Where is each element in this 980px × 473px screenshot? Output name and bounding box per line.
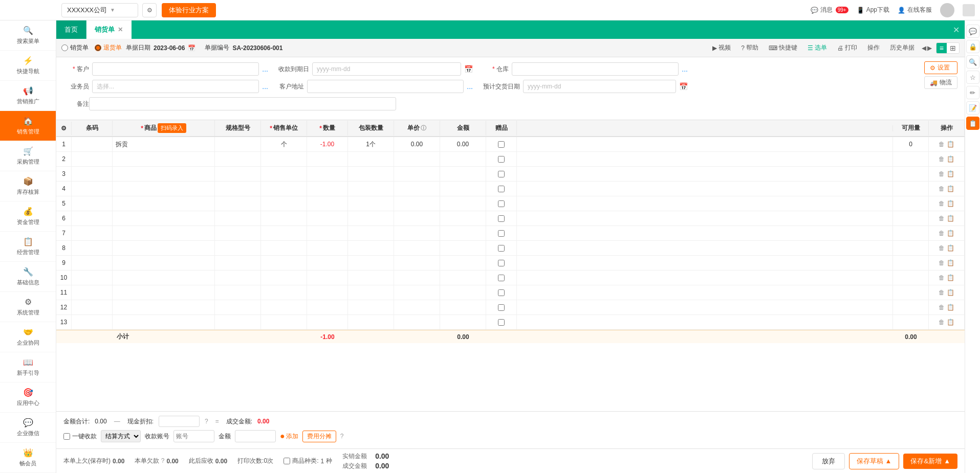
row-gift[interactable]: [486, 256, 517, 270]
row-gift[interactable]: [486, 300, 517, 314]
payment-amount-input[interactable]: [235, 430, 276, 442]
tab-home[interactable]: 首页: [56, 20, 86, 39]
row-gift[interactable]: [486, 271, 517, 285]
sidebar-item-sales[interactable]: 🏠 销售管理: [0, 111, 56, 141]
sidebar-item-inventory[interactable]: 📦 库存核算: [0, 171, 56, 201]
row-gift[interactable]: [486, 182, 517, 196]
sidebar-item-basic-info[interactable]: 🔧 基础信息: [0, 262, 56, 292]
row-gift[interactable]: [486, 152, 517, 166]
gift-checkbox[interactable]: [498, 141, 505, 148]
save-new-btn[interactable]: 保存&新增 ▲: [903, 454, 957, 469]
help-btn[interactable]: ? 帮助: [738, 42, 761, 54]
delete-row-icon[interactable]: 🗑: [939, 141, 945, 148]
copy-row-icon[interactable]: 📋: [947, 244, 954, 252]
row-gift[interactable]: [486, 226, 517, 240]
address-dots[interactable]: ...: [467, 82, 473, 91]
notes-input[interactable]: [89, 97, 396, 110]
copy-row-icon[interactable]: 📋: [947, 259, 954, 266]
sidebar-item-finance[interactable]: 💰 资金管理: [0, 201, 56, 232]
row-gift[interactable]: [486, 137, 517, 151]
salesperson-input[interactable]: [92, 80, 259, 93]
warehouse-input[interactable]: 建材仓: [512, 62, 679, 76]
calendar-icon[interactable]: 📅: [188, 44, 195, 52]
sale-order-radio-input[interactable]: [61, 44, 68, 51]
gift-checkbox[interactable]: [498, 186, 505, 192]
online-service-button[interactable]: 👤 在线客服: [898, 6, 932, 14]
next-icon[interactable]: ▶: [927, 44, 932, 52]
one-click-pay-input[interactable]: [63, 433, 70, 440]
float-btn-4[interactable]: ☆: [966, 71, 979, 84]
sidebar-item-purchase[interactable]: 🛒 采购管理: [0, 141, 56, 171]
tab-close-icon[interactable]: ✕: [118, 26, 123, 33]
row-gift[interactable]: [486, 315, 517, 329]
avatar[interactable]: [940, 3, 954, 17]
prev-icon[interactable]: ◀: [922, 44, 926, 52]
tab-sales-order[interactable]: 销货单 ✕: [86, 20, 132, 39]
float-btn-7[interactable]: 📋: [966, 117, 979, 130]
shortcut-btn[interactable]: ⌨ 快捷键: [766, 42, 800, 54]
sale-order-radio[interactable]: 销货单: [61, 43, 89, 52]
copy-row-icon[interactable]: 📋: [947, 274, 954, 281]
gift-checkbox[interactable]: [498, 245, 505, 252]
print-btn[interactable]: 🖨 打印: [834, 42, 860, 54]
message-button[interactable]: 💬 消息 99+: [811, 6, 848, 14]
sidebar-item-member[interactable]: 👑 畅会员: [0, 443, 56, 473]
sidebar-item-search[interactable]: 🔍 搜索菜单: [0, 20, 56, 51]
trial-button[interactable]: 体验行业方案: [162, 3, 216, 17]
video-btn[interactable]: ▶ 视频: [709, 42, 734, 54]
settlement-method-select[interactable]: 结算方式: [101, 430, 141, 442]
company-selector[interactable]: XXXXXX公司 ▼: [61, 3, 138, 17]
copy-row-icon[interactable]: 📋: [947, 230, 954, 237]
copy-row-icon[interactable]: 📋: [947, 319, 954, 326]
delete-row-icon[interactable]: 🗑: [939, 215, 945, 222]
delete-row-icon[interactable]: 🗑: [939, 259, 945, 266]
sidebar-item-marketing[interactable]: 📢 营销推广: [0, 81, 56, 111]
float-btn-1[interactable]: 💬: [966, 25, 979, 38]
row-gift[interactable]: [486, 196, 517, 211]
gift-checkbox[interactable]: [498, 319, 505, 326]
sidebar-item-operations[interactable]: 📋 经营管理: [0, 232, 56, 262]
gift-checkbox[interactable]: [498, 304, 505, 311]
list-view-btn[interactable]: ≡: [937, 43, 947, 53]
sidebar-item-quicknav[interactable]: ⚡ 快捷导航: [0, 51, 56, 81]
copy-row-icon[interactable]: 📋: [947, 155, 954, 163]
delete-row-icon[interactable]: 🗑: [939, 319, 945, 326]
customer-address-input[interactable]: [307, 80, 464, 93]
gift-checkbox[interactable]: [498, 289, 505, 296]
copy-row-icon[interactable]: 📋: [947, 215, 954, 222]
due-date-calendar-icon[interactable]: 📅: [464, 65, 473, 73]
copy-row-icon[interactable]: 📋: [947, 289, 954, 296]
history-btn[interactable]: 历史单据: [887, 42, 918, 54]
delete-row-icon[interactable]: 🗑: [939, 230, 945, 237]
copy-row-icon[interactable]: 📋: [947, 304, 954, 311]
row-gift[interactable]: [486, 241, 517, 255]
gift-checkbox[interactable]: [498, 215, 505, 222]
due-date-input[interactable]: [312, 62, 461, 76]
delete-row-icon[interactable]: 🗑: [939, 170, 945, 177]
return-order-radio-input[interactable]: [95, 44, 101, 51]
select-btn[interactable]: ☰ 选单: [804, 42, 830, 54]
customer-dots[interactable]: ...: [262, 65, 268, 73]
copy-row-icon[interactable]: 📋: [947, 200, 954, 207]
row-gift[interactable]: [486, 167, 517, 181]
sidebar-item-collab[interactable]: 🤝 企业协同: [0, 322, 56, 352]
copy-row-icon[interactable]: 📋: [947, 141, 954, 148]
th-settings[interactable]: ⚙: [56, 122, 72, 135]
scan-btn[interactable]: 扫码录入: [158, 123, 186, 133]
abandon-btn[interactable]: 放弃: [812, 453, 845, 469]
gift-checkbox[interactable]: [498, 275, 505, 281]
expense-btn[interactable]: 费用分摊: [302, 431, 336, 442]
delete-row-icon[interactable]: 🗑: [939, 289, 945, 296]
row-gift[interactable]: [486, 211, 517, 226]
one-click-pay-checkbox[interactable]: 一键收款: [63, 432, 97, 441]
tab-close-window[interactable]: ✕: [953, 25, 960, 35]
gift-checkbox[interactable]: [498, 260, 505, 266]
delete-row-icon[interactable]: 🗑: [939, 304, 945, 311]
settings-btn[interactable]: ⚙ 设置: [924, 61, 957, 74]
sidebar-item-apps[interactable]: 🎯 应用中心: [0, 382, 56, 413]
gift-checkbox[interactable]: [498, 171, 505, 177]
settings-icon[interactable]: ⚙: [142, 3, 157, 17]
delivery-date-calendar-icon[interactable]: 📅: [679, 82, 688, 91]
customer-input[interactable]: [92, 62, 259, 76]
account-input[interactable]: [173, 430, 214, 442]
